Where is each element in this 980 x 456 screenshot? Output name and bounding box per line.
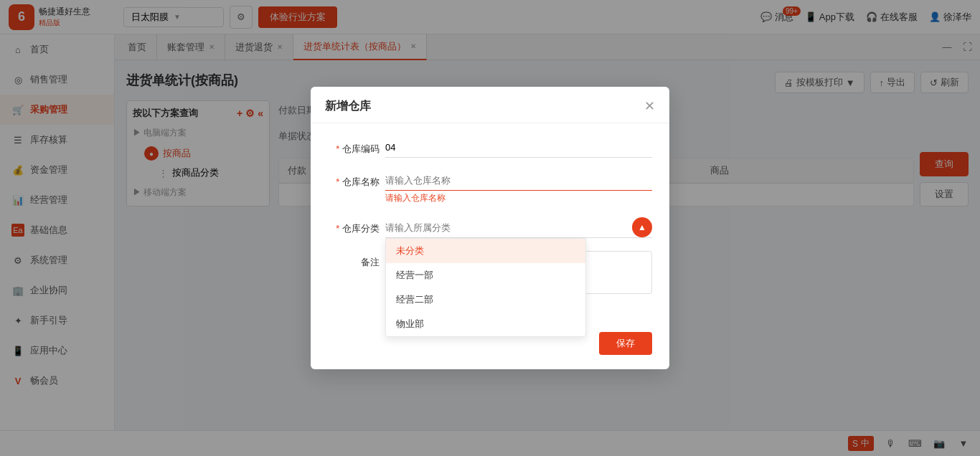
dropdown-item-ops2[interactable]: 经营二部 (386, 288, 585, 312)
form-row-category: * 仓库分类 ▲ 未分类 经营一部 经营二部 物业部 (328, 217, 652, 238)
category-label: * 仓库分类 (328, 217, 385, 235)
dropdown-item-ops1[interactable]: 经营一部 (386, 263, 585, 288)
category-dropdown-toggle[interactable]: ▲ (632, 217, 652, 237)
add-warehouse-dialog: 新增仓库 ✕ * 仓库编码 * 仓库名称 (311, 87, 669, 369)
form-row-code: * 仓库编码 (328, 138, 652, 158)
dialog-header: 新增仓库 ✕ (311, 87, 669, 123)
category-dropdown-list: 未分类 经营一部 经营二部 物业部 (385, 238, 586, 337)
category-input[interactable] (385, 218, 632, 237)
name-field-wrap: 请输入仓库名称 (385, 171, 652, 204)
name-label: * 仓库名称 (328, 171, 385, 189)
save-button[interactable]: 保存 (599, 332, 652, 355)
category-select-wrap: ▲ (385, 217, 652, 238)
dropdown-item-property[interactable]: 物业部 (386, 312, 585, 336)
dialog-close-button[interactable]: ✕ (644, 98, 655, 114)
dropdown-item-none[interactable]: 未分类 (386, 239, 585, 263)
notes-label: 备注 (328, 251, 385, 269)
code-label: * 仓库编码 (328, 138, 385, 156)
chevron-up-icon: ▲ (638, 222, 646, 232)
category-field-wrap: ▲ 未分类 经营一部 经营二部 物业部 (385, 217, 652, 238)
form-row-name: * 仓库名称 请输入仓库名称 (328, 171, 652, 204)
code-field-wrap (385, 138, 652, 158)
dialog-body: * 仓库编码 * 仓库名称 请输入仓库名称 (311, 123, 669, 323)
code-input[interactable] (385, 138, 652, 158)
dialog-title: 新增仓库 (325, 99, 371, 114)
name-error-msg: 请输入仓库名称 (385, 192, 652, 204)
name-input[interactable] (385, 171, 652, 191)
modal-overlay[interactable]: 新增仓库 ✕ * 仓库编码 * 仓库名称 (0, 0, 980, 456)
